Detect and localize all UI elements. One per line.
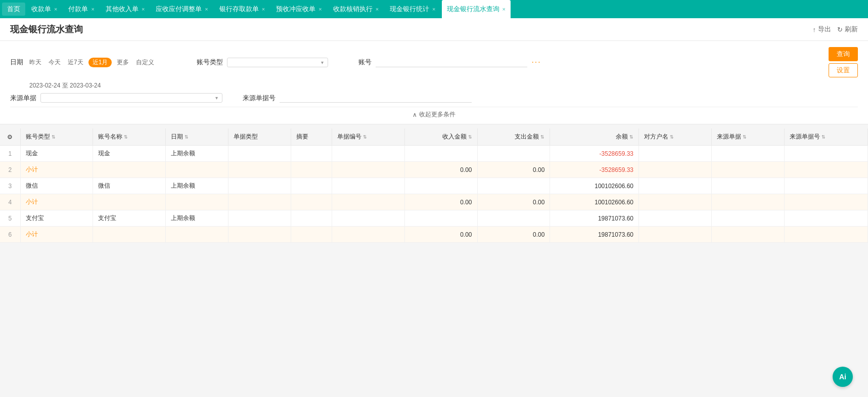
data-table-container: ⚙ 账号类型 ⇅ 账号名称 ⇅ 日期 ⇅ xyxy=(0,128,868,243)
close-tab-3[interactable]: × xyxy=(205,6,208,12)
close-tab-6[interactable]: × xyxy=(376,6,379,12)
refresh-button[interactable]: ↻ 刷新 xyxy=(837,25,858,34)
table-cell xyxy=(166,227,229,243)
nav-tab-4[interactable]: 银行存取款单 × xyxy=(214,0,270,18)
date-filter-group: 日期 昨天 今天 近7天 近1月 更多 自定义 xyxy=(10,58,156,67)
table-cell xyxy=(332,210,404,227)
col-counterpart[interactable]: 对方户名 ⇅ xyxy=(639,128,712,146)
table-cell xyxy=(639,178,712,194)
table-cell xyxy=(332,146,404,162)
close-tab-7[interactable]: × xyxy=(432,6,435,12)
query-button[interactable]: 查询 xyxy=(829,47,858,61)
table-cell xyxy=(166,162,229,178)
date-1month[interactable]: 近1月 xyxy=(88,58,112,67)
table-cell xyxy=(711,162,784,178)
table-cell xyxy=(784,194,867,210)
col-source-doc[interactable]: 来源单据 ⇅ xyxy=(711,128,784,146)
table-cell xyxy=(291,146,332,162)
source-doc-filter-group: 来源单据 ▾ xyxy=(10,93,222,103)
close-tab-5[interactable]: × xyxy=(318,6,322,12)
col-account-type[interactable]: 账号类型 ⇅ xyxy=(20,128,93,146)
col-date[interactable]: 日期 ⇅ xyxy=(166,128,229,146)
table-cell: 3 xyxy=(0,178,20,194)
nav-tab-3[interactable]: 应收应付调整单 × xyxy=(151,0,213,18)
table-cell xyxy=(229,227,291,243)
date-label: 日期 xyxy=(10,58,23,67)
table-row: 6小计0.000.0019871073.60 xyxy=(0,227,868,243)
filter-area: 日期 昨天 今天 近7天 近1月 更多 自定义 账号类型 ▾ 账号 ··· xyxy=(0,41,868,124)
table-cell: 6 xyxy=(0,227,20,243)
nav-tab-2[interactable]: 其他收入单 × xyxy=(101,0,150,18)
settings-button[interactable]: 设置 xyxy=(829,63,858,77)
col-doc-type[interactable]: 单据类型 xyxy=(229,128,291,146)
col-source-doc-no[interactable]: 来源单据号 ⇅ xyxy=(784,128,867,146)
date-yesterday[interactable]: 昨天 xyxy=(27,58,43,67)
table-cell xyxy=(639,210,712,227)
date-range-display: 2023-02-24 至 2023-03-24 xyxy=(10,81,858,90)
table-cell: -3528659.33 xyxy=(550,162,639,178)
close-tab-2[interactable]: × xyxy=(142,6,145,12)
source-doc-no-input[interactable] xyxy=(280,93,472,103)
sort-icon: ⇅ xyxy=(743,135,747,140)
date-more[interactable]: 更多 xyxy=(115,58,131,67)
nav-tab-7[interactable]: 现金银行统计 × xyxy=(385,0,440,18)
table-cell: -3528659.33 xyxy=(550,146,639,162)
close-tab-1[interactable]: × xyxy=(91,6,94,12)
nav-home[interactable]: 首页 xyxy=(2,3,25,16)
table-cell: 小计 xyxy=(20,194,93,210)
table-cell xyxy=(229,210,291,227)
account-type-select[interactable]: ▾ xyxy=(227,58,328,67)
table-cell: 100102606.60 xyxy=(550,194,639,210)
nav-tab-8[interactable]: 现金银行流水查询 × xyxy=(442,0,511,18)
sort-icon: ⇅ xyxy=(185,135,189,140)
table-row: 5支付宝支付宝上期余额19871073.60 xyxy=(0,210,868,227)
col-balance[interactable]: 余额 ⇅ xyxy=(550,128,639,146)
table-cell xyxy=(291,210,332,227)
table-cell xyxy=(291,227,332,243)
nav-tab-1[interactable]: 付款单 × xyxy=(63,0,99,18)
date-today[interactable]: 今天 xyxy=(47,58,63,67)
date-range-text: 2023-02-24 至 2023-03-24 xyxy=(29,82,101,89)
col-account-name[interactable]: 账号名称 ⇅ xyxy=(93,128,166,146)
col-expense[interactable]: 支出金额 ⇅ xyxy=(477,128,550,146)
table-cell: 0.00 xyxy=(404,162,477,178)
table-cell xyxy=(711,178,784,194)
table-cell: 小计 xyxy=(20,162,93,178)
nav-tab-5[interactable]: 预收冲应收单 × xyxy=(271,0,327,18)
account-filter-group: 账号 ··· xyxy=(358,58,541,67)
table-row: 3微信微信上期余额100102606.60 xyxy=(0,178,868,194)
table-cell: 0.00 xyxy=(477,227,550,243)
export-button[interactable]: ↑ 导出 xyxy=(813,25,832,34)
close-tab-0[interactable]: × xyxy=(54,6,57,12)
table-cell: 0.00 xyxy=(477,162,550,178)
table-body: 1现金现金上期余额-3528659.332小计0.000.00-3528659.… xyxy=(0,146,868,243)
collapse-bar[interactable]: ∧ 收起更多条件 xyxy=(10,107,858,120)
col-summary[interactable]: 摘要 xyxy=(291,128,332,146)
table-cell xyxy=(711,194,784,210)
table-cell xyxy=(711,146,784,162)
refresh-icon: ↻ xyxy=(837,26,843,33)
account-input[interactable] xyxy=(376,58,527,67)
header-actions: ↑ 导出 ↻ 刷新 xyxy=(813,25,858,34)
source-doc-select[interactable]: ▾ xyxy=(40,93,222,103)
table-cell: 现金 xyxy=(20,146,93,162)
table-cell xyxy=(291,162,332,178)
page-header: 现金银行流水查询 ↑ 导出 ↻ 刷新 xyxy=(0,18,868,41)
col-income[interactable]: 收入金额 ⇅ xyxy=(404,128,477,146)
table-cell: 小计 xyxy=(20,227,93,243)
table-cell: 0.00 xyxy=(404,194,477,210)
col-doc-no[interactable]: 单据编号 ⇅ xyxy=(332,128,404,146)
nav-tab-0[interactable]: 收款单 × xyxy=(26,0,62,18)
close-tab-8[interactable]: × xyxy=(502,6,506,12)
close-tab-4[interactable]: × xyxy=(262,6,265,12)
date-custom[interactable]: 自定义 xyxy=(134,58,156,67)
account-more-button[interactable]: ··· xyxy=(531,58,541,67)
table-cell xyxy=(332,227,404,243)
gear-column-header[interactable]: ⚙ xyxy=(0,128,20,146)
nav-tab-6[interactable]: 收款核销执行 × xyxy=(328,0,384,18)
table-cell: 0.00 xyxy=(404,227,477,243)
action-buttons: 查询 设置 xyxy=(829,47,858,77)
table-row: 4小计0.000.00100102606.60 xyxy=(0,194,868,210)
table-cell xyxy=(784,162,867,178)
date-7days[interactable]: 近7天 xyxy=(66,58,85,67)
